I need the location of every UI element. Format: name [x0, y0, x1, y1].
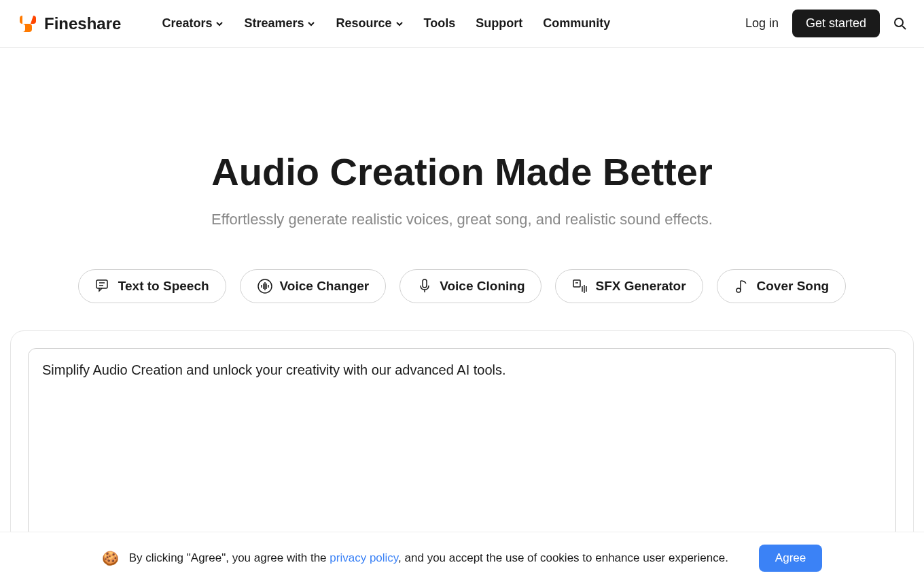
tab-cover-song[interactable]: Cover Song	[717, 269, 847, 303]
nav-support-label: Support	[476, 16, 522, 31]
svg-rect-11	[423, 279, 427, 288]
tab-voice-cloning[interactable]: Voice Cloning	[399, 269, 541, 303]
nav-tools[interactable]: Tools	[424, 16, 456, 31]
hero-subtitle: Effortlessly generate realistic voices, …	[14, 211, 910, 228]
soundwave-icon	[257, 278, 273, 294]
tab-voice-changer[interactable]: Voice Changer	[240, 269, 387, 303]
nav-community-label: Community	[543, 16, 610, 31]
header: Fineshare Creators Streamers Resource To…	[0, 0, 924, 48]
tab-label: SFX Generator	[595, 279, 686, 294]
main-nav: Creators Streamers Resource Tools Suppor…	[162, 16, 610, 31]
nav-resource-label: Resource	[336, 16, 391, 31]
tab-label: Voice Changer	[280, 279, 370, 294]
nav-left: Fineshare Creators Streamers Resource To…	[17, 13, 610, 35]
content-inner-box: Simplify Audio Creation and unlock your …	[28, 348, 896, 538]
svg-point-18	[736, 288, 741, 292]
microphone-icon	[416, 278, 433, 294]
nav-community[interactable]: Community	[543, 16, 610, 31]
cookie-icon: 🍪	[102, 550, 119, 556]
chevron-down-icon	[215, 20, 224, 28]
nav-resource[interactable]: Resource	[336, 16, 403, 31]
tab-text-to-speech[interactable]: Text to Speech	[78, 269, 226, 303]
music-note-icon	[734, 278, 750, 294]
nav-streamers[interactable]: Streamers	[244, 16, 315, 31]
logo-text: Fineshare	[44, 14, 121, 33]
tab-sfx-generator[interactable]: SFX Generator	[555, 269, 703, 303]
content-box: Simplify Audio Creation and unlock your …	[10, 330, 914, 556]
chevron-down-icon	[395, 20, 404, 28]
content-description: Simplify Audio Creation and unlock your …	[42, 362, 882, 378]
nav-tools-label: Tools	[424, 16, 456, 31]
logo-icon	[17, 13, 39, 35]
nav-support[interactable]: Support	[476, 16, 522, 31]
login-link[interactable]: Log in	[745, 16, 779, 31]
agree-button[interactable]: Agree	[759, 545, 822, 556]
logo[interactable]: Fineshare	[17, 13, 121, 35]
search-icon[interactable]	[893, 17, 907, 31]
get-started-button[interactable]: Get started	[792, 10, 880, 37]
privacy-policy-link[interactable]: privacy policy	[330, 551, 398, 556]
cookie-text: By clicking "Agree", you agree with the …	[129, 551, 728, 556]
cookie-text-before: By clicking "Agree", you agree with the	[129, 551, 330, 556]
sfx-icon	[572, 278, 588, 294]
speech-bubble-icon	[95, 278, 111, 294]
nav-creators-label: Creators	[162, 16, 212, 31]
svg-line-1	[902, 26, 906, 29]
svg-rect-13	[573, 280, 580, 287]
nav-creators[interactable]: Creators	[162, 16, 224, 31]
feature-tabs: Text to Speech Voice Changer Voice Cloni…	[0, 269, 924, 330]
svg-point-0	[895, 18, 903, 27]
cookie-banner: 🍪 By clicking "Agree", you agree with th…	[0, 532, 924, 556]
cookie-text-after: , and you accept the use of cookies to e…	[398, 551, 728, 556]
chevron-down-icon	[307, 20, 315, 28]
header-right: Log in Get started	[745, 10, 907, 37]
tab-label: Cover Song	[757, 279, 830, 294]
hero-title: Audio Creation Made Better	[14, 150, 910, 194]
tab-label: Voice Cloning	[440, 279, 525, 294]
tab-label: Text to Speech	[118, 279, 209, 294]
nav-streamers-label: Streamers	[244, 16, 304, 31]
hero: Audio Creation Made Better Effortlessly …	[0, 48, 924, 269]
svg-rect-2	[96, 280, 107, 288]
